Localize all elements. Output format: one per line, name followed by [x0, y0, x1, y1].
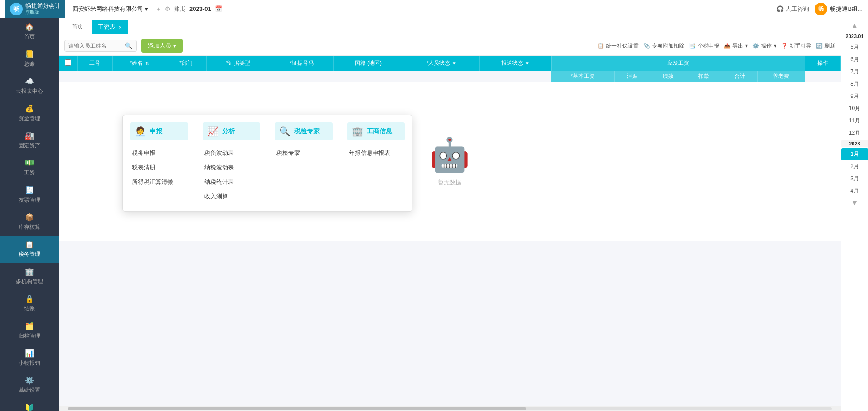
- toolbar: 🔍 添加人员 ▾ 📋 统一社保设置 📎 专项附加扣除 📑 个税申报 📤: [59, 36, 841, 56]
- tab-bar: 首页 工资表 ×: [59, 18, 841, 36]
- business-header: 🏢 工商信息: [347, 122, 405, 140]
- declare-label: 申报: [150, 127, 162, 135]
- operate-btn[interactable]: ⚙️ 操作 ▾: [752, 42, 776, 50]
- cal-month-10[interactable]: 10月: [841, 102, 868, 115]
- search-input[interactable]: [68, 43, 123, 49]
- sidebar-item-assets[interactable]: 🏭固定资产: [0, 127, 59, 154]
- sidebar-item-inventory[interactable]: 📦库存核算: [0, 208, 59, 236]
- col-status: *人员状态 ▼: [403, 56, 480, 71]
- sidebar-item-close[interactable]: 🔒结账: [0, 290, 59, 317]
- col-report-status: 报送状态 ▼: [480, 56, 551, 71]
- income-calc-item[interactable]: 收入测算: [203, 189, 261, 204]
- settings-icon[interactable]: ⚙: [165, 5, 170, 12]
- cal-month-1[interactable]: 1月: [841, 148, 868, 160]
- social-icon: 📋: [597, 43, 604, 49]
- dropdown-col-business: 🏢 工商信息 年报信息申报表: [340, 115, 412, 211]
- tax-stats-item[interactable]: 纳税统计表: [203, 175, 261, 189]
- tax-burden-item[interactable]: 税负波动表: [203, 146, 261, 160]
- tax-expert-item[interactable]: 税检专家: [275, 146, 333, 160]
- cal-up-btn[interactable]: ▲: [849, 20, 860, 32]
- col-basic-salary: *基本工资: [551, 71, 614, 82]
- archive-icon: 🗂️: [25, 322, 34, 330]
- period-label: 账期: [174, 5, 186, 13]
- col-employee-id: 工号: [77, 56, 113, 71]
- sidebar-item-multi[interactable]: 🏢多机构管理: [0, 263, 59, 290]
- tax-wave-item[interactable]: 纳税波动表: [203, 160, 261, 175]
- cal-month-8[interactable]: 8月: [841, 78, 868, 90]
- tab-home[interactable]: 首页: [64, 20, 91, 34]
- col-action: 操作: [805, 56, 841, 71]
- cal-month-3[interactable]: 3月: [841, 173, 868, 185]
- close-icon: 🔒: [25, 295, 34, 303]
- cal-month-2[interactable]: 2月: [841, 160, 868, 173]
- sidebar-item-ledger[interactable]: 📒总账: [0, 45, 59, 73]
- guide-btn[interactable]: ❓ 新手引导: [781, 42, 811, 50]
- dropdown-icon: ▾: [145, 5, 148, 12]
- calendar-period: 2023.01: [841, 32, 868, 41]
- special-icon: 📎: [643, 43, 650, 49]
- sidebar-item-tax[interactable]: 📋税务管理: [0, 236, 59, 263]
- tax-list-item[interactable]: 税表清册: [130, 160, 188, 175]
- tax-apply[interactable]: 📑 个税申报: [689, 42, 719, 50]
- cal-month-11[interactable]: 11月: [841, 115, 868, 127]
- refresh-btn[interactable]: 🔄 刷新: [816, 42, 835, 50]
- search-icon[interactable]: 🔍: [125, 42, 132, 49]
- sidebar-item-archive[interactable]: 🗂️归档管理: [0, 317, 59, 344]
- tab-close-icon[interactable]: ×: [118, 24, 122, 31]
- no-data-icon: 🤖: [429, 135, 470, 174]
- col-dept: *部门: [166, 56, 206, 71]
- sidebar: 🏠首页📒总账☁️云报表中心💰资金管理🏭固定资产💵工资🧾发票管理📦库存核算📋税务管…: [0, 18, 59, 411]
- tab-salary[interactable]: 工资表 ×: [92, 20, 128, 34]
- bottom-scrollbar[interactable]: [59, 406, 841, 411]
- scroll-thumb: [68, 407, 526, 410]
- dropdown-col-expert: 🔍 税检专家 税检专家: [267, 115, 340, 211]
- add-company-icon[interactable]: ＋: [155, 5, 161, 13]
- sidebar-item-report[interactable]: 📊小畅报销: [0, 344, 59, 372]
- period-value: 2023-01: [189, 5, 211, 12]
- social-settings[interactable]: 📋 统一社保设置: [597, 42, 639, 50]
- declare-header: 🧑‍💼 申报: [130, 122, 188, 140]
- invoice-icon: 🧾: [25, 186, 34, 194]
- sidebar-item-cloud[interactable]: ☁️云报表中心: [0, 73, 59, 100]
- cal-month-4[interactable]: 4月: [841, 185, 868, 197]
- app-title: 畅捷通好会计: [25, 2, 61, 10]
- add-person-button[interactable]: 添加人员 ▾: [141, 39, 183, 53]
- business-icon: 🏢: [352, 126, 363, 137]
- support-btn[interactable]: 🎧 人工咨询: [776, 5, 809, 13]
- annual-report-item[interactable]: 年报信息申报表: [347, 146, 405, 160]
- sidebar-item-guide[interactable]: 🔰新手引导: [0, 399, 59, 411]
- search-wrap: 🔍: [64, 40, 137, 52]
- cal-month-6[interactable]: 6月: [841, 53, 868, 66]
- expert-header: 🔍 税检专家: [275, 122, 333, 140]
- guide-icon: 🔰: [25, 403, 34, 411]
- company-selector[interactable]: 西安虾米网络科技有限公司 ▾: [69, 5, 152, 13]
- cal-month-7[interactable]: 7月: [841, 66, 868, 78]
- calendar-icon[interactable]: 📅: [215, 5, 222, 12]
- select-all-checkbox[interactable]: [65, 59, 71, 66]
- add-dropdown-chevron: ▾: [173, 43, 176, 49]
- cloud-icon: ☁️: [25, 77, 34, 86]
- sidebar-item-fund[interactable]: 💰资金管理: [0, 100, 59, 127]
- cal-month-5[interactable]: 5月: [841, 41, 868, 53]
- main-layout: 🏠首页📒总账☁️云报表中心💰资金管理🏭固定资产💵工资🧾发票管理📦库存核算📋税务管…: [0, 18, 868, 411]
- expert-label: 税检专家: [294, 127, 320, 135]
- income-tax-item[interactable]: 所得税汇算清缴: [130, 175, 188, 189]
- sidebar-item-home[interactable]: 🏠首页: [0, 18, 59, 45]
- operate-chevron: ▾: [774, 43, 776, 49]
- special-deduction[interactable]: 📎 专项附加扣除: [643, 42, 684, 50]
- user-area[interactable]: 畅 畅捷通B组...: [815, 3, 863, 15]
- declare-icon: 🧑‍💼: [135, 126, 146, 137]
- sidebar-item-basic[interactable]: ⚙️基础设置: [0, 372, 59, 399]
- cal-month-12[interactable]: 12月: [841, 127, 868, 139]
- tax-declare-item[interactable]: 税务申报: [130, 146, 188, 160]
- export-btn[interactable]: 📤 导出 ▾: [724, 42, 748, 50]
- avatar: 畅: [815, 3, 827, 15]
- salary-icon: 💵: [25, 159, 34, 167]
- guide-icon: ❓: [781, 43, 788, 49]
- sidebar-item-invoice[interactable]: 🧾发票管理: [0, 181, 59, 208]
- sidebar-item-salary[interactable]: 💵工资: [0, 154, 59, 181]
- analysis-icon: 📈: [207, 126, 218, 137]
- cal-down-btn[interactable]: ▼: [849, 197, 860, 209]
- analysis-label: 分析: [222, 127, 235, 135]
- cal-month-9[interactable]: 9月: [841, 90, 868, 102]
